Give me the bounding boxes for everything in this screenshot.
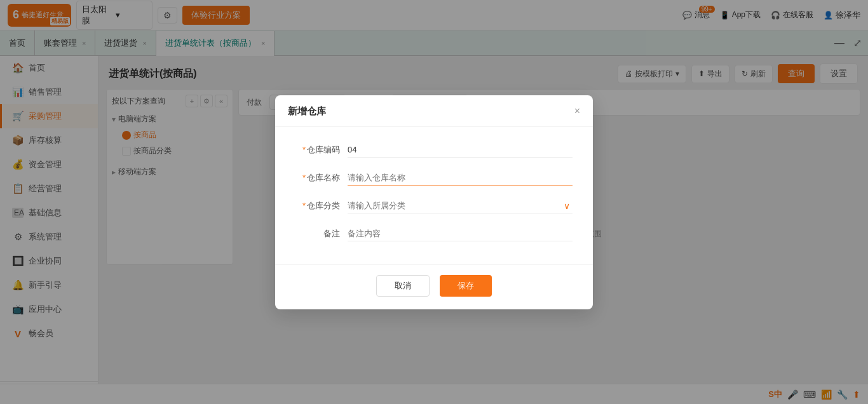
modal-close-button[interactable]: × [574, 105, 580, 117]
warehouse-code-input[interactable] [348, 142, 573, 158]
code-required-mark: * [302, 145, 306, 154]
warehouse-code-label: *仓库编码 [295, 144, 340, 156]
warehouse-category-wrapper: ∨ [348, 198, 573, 213]
warehouse-note-input[interactable] [348, 226, 573, 241]
modal-body: *仓库编码 *仓库名称 *仓库分类 ∨ [275, 127, 593, 264]
save-button[interactable]: 保存 [440, 275, 492, 297]
warehouse-name-label: *仓库名称 [295, 172, 340, 184]
warehouse-code-row: *仓库编码 [295, 142, 573, 158]
warehouse-category-row: *仓库分类 ∨ [295, 198, 573, 213]
warehouse-name-input[interactable] [348, 170, 573, 185]
new-warehouse-modal: 新增仓库 × *仓库编码 *仓库名称 *仓库分类 [275, 95, 593, 309]
modal-overlay: 新增仓库 × *仓库编码 *仓库名称 *仓库分类 [0, 0, 868, 404]
warehouse-note-label: 备注 [295, 228, 340, 239]
category-required-mark: * [302, 201, 306, 210]
cancel-button[interactable]: 取消 [376, 275, 430, 297]
warehouse-name-row: *仓库名称 [295, 170, 573, 185]
modal-footer: 取消 保存 [275, 264, 593, 309]
modal-header: 新增仓库 × [275, 95, 593, 127]
warehouse-category-input[interactable] [348, 198, 573, 213]
warehouse-note-row: 备注 [295, 226, 573, 241]
modal-title: 新增仓库 [288, 105, 326, 118]
name-required-mark: * [302, 173, 306, 182]
warehouse-category-label: *仓库分类 [295, 200, 340, 212]
